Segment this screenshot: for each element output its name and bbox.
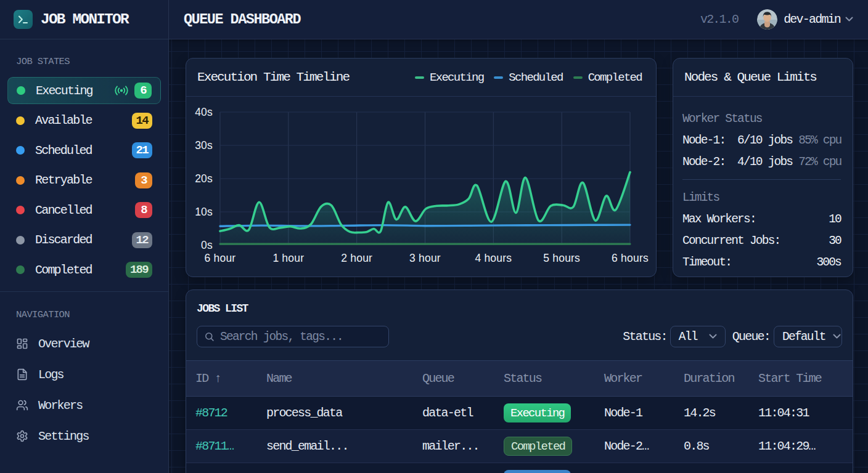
svg-text:1 hour: 1 hour: [272, 252, 304, 264]
svg-text:5 hours: 5 hours: [543, 252, 580, 264]
svg-text:10s: 10s: [195, 206, 213, 218]
svg-text:6 hour: 6 hour: [205, 252, 236, 264]
svg-text:6 hours: 6 hours: [612, 252, 649, 264]
svg-text:30s: 30s: [195, 139, 213, 152]
svg-text:4 hours: 4 hours: [475, 252, 512, 264]
svg-text:40s: 40s: [195, 106, 213, 118]
svg-text:2 hour: 2 hour: [341, 252, 372, 264]
svg-text:20s: 20s: [195, 172, 213, 185]
svg-text:3 hour: 3 hour: [409, 252, 441, 264]
svg-text:0s: 0s: [201, 239, 213, 251]
